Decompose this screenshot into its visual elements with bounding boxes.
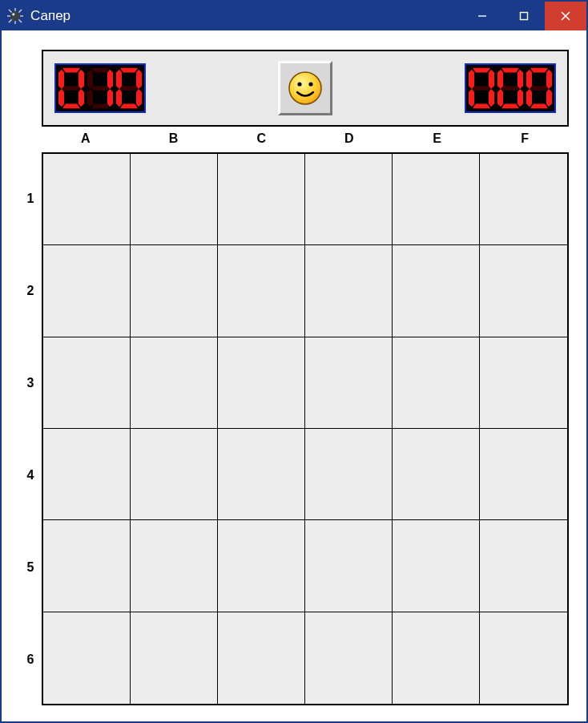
grid-cell[interactable] [218,612,305,704]
grid-cell[interactable] [393,612,480,704]
led-digit [497,67,524,110]
svg-marker-43 [518,89,523,107]
row-label: 1 [19,152,42,244]
led-digit [58,67,85,110]
led-digit [115,67,143,110]
grid-cell[interactable] [131,429,218,520]
svg-marker-28 [116,89,122,107]
mine-counter [54,63,146,113]
grid-cell[interactable] [305,612,393,704]
row-label: 2 [19,244,42,337]
svg-marker-39 [469,70,474,89]
play-area: 123456 [19,152,569,705]
led-digit [526,67,553,110]
grid-cell[interactable] [305,245,393,337]
svg-marker-19 [107,89,113,107]
svg-point-31 [289,72,321,104]
svg-marker-38 [469,89,474,107]
client-area: ABCDEF 123456 [2,30,586,721]
svg-marker-37 [473,104,490,109]
grid-cell[interactable] [480,337,567,429]
grid-cell[interactable] [305,337,393,429]
grid-cell[interactable] [393,520,480,612]
titlebar: Сапер [2,2,586,30]
svg-marker-25 [136,70,142,89]
grid-cell[interactable] [393,154,480,245]
maximize-button[interactable] [503,2,545,30]
grid-cell[interactable] [43,520,131,612]
svg-marker-50 [546,89,552,107]
grid-cell[interactable] [305,429,393,520]
column-label: E [393,131,481,151]
close-button[interactable] [545,2,586,30]
svg-marker-17 [91,68,109,73]
grid-cell[interactable] [131,154,218,245]
grid-cell[interactable] [480,612,567,704]
grid-cell[interactable] [480,520,567,612]
svg-marker-35 [489,70,494,89]
svg-marker-41 [501,68,519,73]
grid-cell[interactable] [131,337,218,429]
svg-marker-16 [62,86,80,91]
grid-cell[interactable] [393,429,480,520]
grid-cell[interactable] [131,520,218,612]
grid-cell[interactable] [480,429,567,520]
grid-cell[interactable] [218,154,305,245]
svg-marker-54 [530,86,548,91]
grid-cell[interactable] [43,612,131,704]
grid-cell[interactable] [218,429,305,520]
grid-cell[interactable] [43,245,131,337]
svg-marker-49 [546,70,552,89]
mine-icon [6,7,24,25]
svg-marker-48 [530,68,548,73]
row-label: 6 [19,613,42,705]
svg-marker-12 [79,89,84,107]
grid-cell[interactable] [305,154,393,245]
column-label: F [481,131,569,151]
minimize-button[interactable] [461,2,503,30]
grid-cell[interactable] [305,520,393,612]
time-counter [465,63,556,113]
svg-marker-11 [79,70,84,89]
svg-marker-13 [62,104,80,109]
column-labels: ABCDEF [42,131,569,151]
svg-marker-10 [62,68,80,73]
led-digit [87,67,114,110]
svg-marker-53 [526,70,532,89]
grid-cell[interactable] [480,154,567,245]
svg-marker-24 [120,68,138,73]
svg-marker-47 [501,86,519,91]
grid-cell[interactable] [43,429,131,520]
smiley-button[interactable] [278,61,332,115]
grid-cell[interactable] [218,337,305,429]
svg-marker-34 [473,68,490,73]
column-label: A [42,131,130,151]
svg-point-5 [12,13,14,15]
svg-marker-52 [526,89,532,107]
grid-cell[interactable] [131,612,218,704]
column-label: C [217,131,305,151]
grid-cell[interactable] [218,520,305,612]
grid-cell[interactable] [131,245,218,337]
row-label: 3 [19,337,42,429]
row-label: 4 [19,429,42,521]
grid-cell[interactable] [480,245,567,337]
svg-marker-26 [136,89,142,107]
svg-marker-44 [501,104,519,109]
svg-marker-22 [87,70,93,89]
svg-rect-7 [521,13,528,20]
grid-cell[interactable] [393,245,480,337]
grid-cell[interactable] [218,245,305,337]
header-panel [42,50,569,127]
svg-point-33 [308,82,312,86]
svg-marker-46 [497,70,503,89]
app-window: Сапер [0,0,588,723]
grid-cell[interactable] [43,337,131,429]
svg-marker-51 [530,104,548,109]
row-label: 5 [19,521,42,613]
svg-marker-42 [518,70,523,89]
svg-marker-40 [473,86,490,91]
grid-cell[interactable] [393,337,480,429]
grid-cell[interactable] [43,154,131,245]
window-title: Сапер [30,8,461,24]
